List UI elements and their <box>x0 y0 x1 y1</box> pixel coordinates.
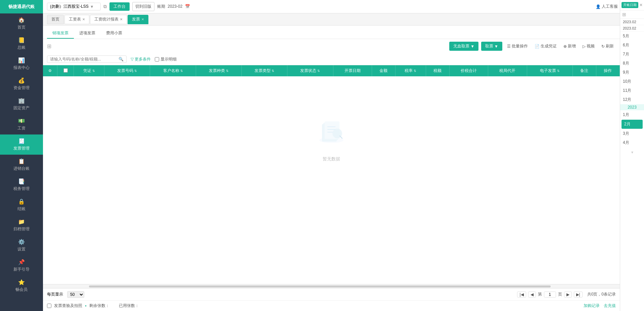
invoice-check-checkbox[interactable] <box>47 304 51 308</box>
show-detail-checkbox[interactable] <box>155 57 159 62</box>
subtab-sales-invoice[interactable]: 销项发票 <box>47 28 74 39</box>
video-button[interactable]: ▷ 视频 <box>581 42 597 50</box>
company-selector[interactable]: (勿删）江西股宝-LSS ▼ <box>47 3 101 10</box>
prev-page-btn[interactable]: ◀ <box>528 291 536 298</box>
sort-icon[interactable]: ⇅ <box>180 69 183 73</box>
month-11[interactable]: 11月 <box>620 86 644 95</box>
show-detail-toggle[interactable]: 显示明细 <box>155 56 177 62</box>
month-2023-1[interactable]: 1月 <box>620 110 644 119</box>
sidebar-item-funds[interactable]: 💰 资金管理 <box>0 74 43 94</box>
tab-salary-table[interactable]: 工资表 ✕ <box>64 15 89 24</box>
first-page-btn[interactable]: |◀ <box>517 291 526 298</box>
month-2023-2[interactable]: 2月 <box>622 120 643 129</box>
tab-salary-stats-close[interactable]: ✕ <box>120 17 123 21</box>
footer-pagination: 每页显示 50 100 200 |◀ ◀ 第 1 页 ▶ ▶| 共0页，0条记录 <box>43 288 620 300</box>
display-toggle-icon[interactable]: ⊞ <box>47 43 51 49</box>
scroll-down-icon[interactable]: ▾ <box>620 147 644 157</box>
search-input[interactable] <box>50 57 117 62</box>
sidebar-item-guide[interactable]: 📌 新手引导 <box>0 256 43 276</box>
month-8[interactable]: 8月 <box>620 59 644 68</box>
col-invoice-status: 发票状态 ⇅ <box>287 65 333 76</box>
page-input[interactable]: 1 <box>544 291 556 298</box>
filter-icon: ▽ <box>131 57 134 62</box>
switch-version-button[interactable]: 切到旧版 <box>132 2 154 11</box>
sidebar-item-label: 固定资产 <box>13 105 30 111</box>
sidebar-item-assets[interactable]: 🏢 固定资产 <box>0 94 43 114</box>
sidebar-item-salary[interactable]: 💵 工资 <box>0 114 43 134</box>
year-2023-label[interactable]: 2023 <box>620 104 644 110</box>
sort-icon[interactable]: ⇅ <box>272 69 274 73</box>
more-conditions-btn[interactable]: ▽ 更多条件 <box>131 56 151 62</box>
sidebar-item-tax[interactable]: 📑 税务管理 <box>0 175 43 195</box>
last-page-btn[interactable]: ▶| <box>574 291 583 298</box>
tab-salary-close[interactable]: ✕ <box>82 17 85 21</box>
month-7[interactable]: 7月 <box>620 50 644 59</box>
sidebar-item-archive[interactable]: 📁 归档管理 <box>0 215 43 235</box>
period-item-2023-02-2[interactable]: 2023.02 <box>620 25 644 32</box>
gen-voucher-button[interactable]: 📄 生成凭证 <box>533 42 559 50</box>
sidebar-item-reports[interactable]: 📊 报表中心 <box>0 54 43 74</box>
customer-service[interactable]: 👤 人工客服 <box>596 4 618 9</box>
tab-salary-stats[interactable]: 工资统计报表 ✕ <box>90 15 127 24</box>
month-2023-4[interactable]: 4月 <box>620 138 644 147</box>
period-item-2023-02-1[interactable]: 2023.02 <box>620 19 644 25</box>
month-9[interactable]: 9月 <box>620 68 644 77</box>
sidebar-item-invoice[interactable]: 🧾 发票管理 <box>0 134 43 155</box>
sort-icon[interactable]: ⇅ <box>557 69 560 73</box>
go-right-link[interactable]: 去充值 <box>604 303 616 309</box>
sort-icon[interactable]: ⇅ <box>317 69 320 73</box>
tab-invoice[interactable]: 发票 ✕ <box>128 15 148 24</box>
no-tax-button[interactable]: 无血取票 ▼ <box>449 42 478 51</box>
table-container: ⚙ 凭证 ⇅ 发票号码 ⇅ 客户名称 ⇅ 发票种类 ⇅ 发票类型 ⇅ 发票状态 … <box>43 65 620 284</box>
sidebar-item-sales[interactable]: 📋 进销台账 <box>0 155 43 175</box>
date-scroll[interactable]: 2023.02 2023.02 5月 6月 7月 8月 9月 10月 11月 1… <box>620 19 644 311</box>
sort-icon[interactable]: ⇅ <box>134 69 137 73</box>
sidebar-item-settings[interactable]: ⚙️ 设置 <box>0 235 43 256</box>
tab-invoice-close[interactable]: ✕ <box>141 17 144 21</box>
copy-icon[interactable]: ⧉ <box>103 4 107 9</box>
month-2023-3[interactable]: 3月 <box>620 129 644 138</box>
sidebar-item-member[interactable]: ⭐ 畅会员 <box>0 276 43 296</box>
tab-invoice-label: 发票 <box>132 16 140 22</box>
period-label: 2023.02 <box>623 26 636 30</box>
col-operation: 操作 <box>596 65 619 76</box>
search-icon[interactable]: 🔍 <box>119 57 124 62</box>
new-button[interactable]: ⊕ 新增 <box>561 42 578 50</box>
col-settings[interactable]: ⚙ <box>43 65 57 76</box>
refresh-button[interactable]: ↻ 刷新 <box>599 42 616 50</box>
sidebar-item-label: 税务管理 <box>13 186 30 192</box>
open-period-btn[interactable]: 开账日期 <box>622 2 638 8</box>
take-button[interactable]: 取票 ▼ <box>481 42 502 51</box>
month-10[interactable]: 10月 <box>620 77 644 86</box>
month-5[interactable]: 5月 <box>620 32 644 41</box>
month-12[interactable]: 12月 <box>620 95 644 104</box>
per-page-label: 每页显示 <box>47 291 63 297</box>
sidebar-item-label: 结账 <box>17 206 26 212</box>
sidebar-item-closing[interactable]: 🔒 结账 <box>0 195 43 215</box>
tab-home[interactable]: 首页 <box>47 15 64 24</box>
next-page-btn[interactable]: ▶ <box>564 291 572 298</box>
sort-icon[interactable]: ⇅ <box>226 69 229 73</box>
subtab-purchase-invoice[interactable]: 进项发票 <box>74 28 101 39</box>
sidebar-item-ledger[interactable]: 📒 总账 <box>0 34 43 54</box>
add-record-link[interactable]: 加购记录 <box>584 303 600 309</box>
horizontal-scrollbar[interactable] <box>43 284 620 288</box>
sort-icon[interactable]: ⇅ <box>92 69 95 73</box>
col-checkbox[interactable] <box>57 65 74 76</box>
batch-ops-button[interactable]: ☰ 批量操作 <box>505 42 530 50</box>
sidebar-item-label: 进销台账 <box>13 166 30 171</box>
expand-panel-icon[interactable]: ⊞ <box>622 12 626 17</box>
app-logo: 畅捷通易代账 <box>0 0 43 13</box>
subtab-expense-receipt[interactable]: 费用小票 <box>101 28 128 39</box>
panel-close-btn[interactable]: ✕ <box>639 3 643 7</box>
sort-icon[interactable]: ⇅ <box>414 69 416 73</box>
per-page-select[interactable]: 50 100 200 <box>67 291 84 298</box>
select-all-checkbox[interactable] <box>63 68 68 73</box>
period-icon[interactable]: 📅 <box>185 4 190 9</box>
col-invoice-category: 发票类型 ⇅ <box>242 65 287 76</box>
workbench-button[interactable]: 工作台 <box>109 2 130 11</box>
check-label: 发票查验及拍照 <box>54 303 82 309</box>
month-6[interactable]: 6月 <box>620 41 644 50</box>
col-tax-rate: 税率 ⇅ <box>395 65 426 76</box>
sidebar-item-home[interactable]: 🏠 首页 <box>0 13 43 34</box>
